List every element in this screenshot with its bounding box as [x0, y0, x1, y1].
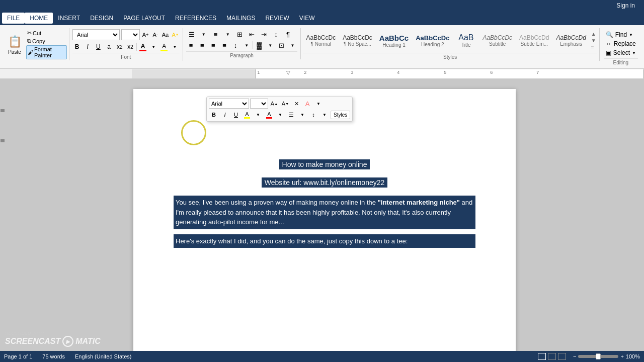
highlight-button[interactable]: A▼	[171, 30, 180, 39]
mini-font-color-button[interactable]: A	[264, 110, 274, 120]
styles-scroll[interactable]: ▲ ▼ ≡	[590, 29, 597, 52]
border-button[interactable]: ⊡	[276, 40, 286, 50]
mini-decrease-font[interactable]: A▼	[280, 99, 290, 109]
mini-line-spacing-button[interactable]: ↕	[308, 110, 318, 120]
format-painter-button[interactable]: 🖌 Format Painter	[26, 45, 67, 59]
bottom-bar: Page 1 of 1 75 words English (United Sta…	[0, 351, 644, 362]
font-size-select[interactable]: 89101112	[121, 29, 140, 40]
increase-font-button[interactable]: A+	[141, 30, 150, 39]
style-heading2[interactable]: AaBbCcDc Heading 2	[413, 33, 452, 49]
mini-text-color[interactable]: A	[302, 99, 312, 109]
justify-button[interactable]: ≡	[219, 40, 229, 50]
style-heading1[interactable]: AaBbCc Heading 1	[376, 32, 412, 49]
align-right-button[interactable]: ≡	[208, 40, 218, 50]
web-layout-button[interactable]	[558, 353, 566, 360]
line-spacing-button[interactable]: ↕	[230, 40, 240, 50]
numbered-dropdown[interactable]: ▼	[222, 29, 233, 39]
text-highlight-button[interactable]: A	[159, 42, 169, 52]
show-hide-button[interactable]: ¶	[283, 29, 294, 39]
style-title[interactable]: AaB Title	[453, 32, 478, 49]
full-screen-button[interactable]	[548, 353, 556, 360]
style-emphasis[interactable]: AaBbCcDd Emphasis	[553, 33, 589, 48]
ruler-indent-marker[interactable]: ▽	[286, 70, 290, 75]
menu-page-layout[interactable]: PAGE LAYOUT	[118, 13, 170, 24]
style-subtitle-preview: AaBbCcDc	[482, 34, 512, 41]
align-left-button[interactable]: ≡	[186, 40, 196, 50]
mini-size-select[interactable]	[250, 99, 268, 109]
mini-underline-button[interactable]: U	[231, 110, 241, 120]
ruler-mark-1: 1	[257, 70, 260, 75]
subscript-button[interactable]: x2	[115, 42, 124, 52]
select-button[interactable]: ▣ Select ▼	[604, 48, 638, 57]
cut-button[interactable]: ✂ Cut	[26, 29, 67, 37]
style-subtitle[interactable]: AaBbCcDc Subtitle	[479, 33, 515, 48]
font-family-select[interactable]: Arial	[72, 29, 120, 40]
style-normal[interactable]: AaBbCcDc ¶ Normal	[303, 33, 339, 48]
mini-font-color-dropdown[interactable]: ▼	[275, 110, 285, 120]
mini-bold-button[interactable]: B	[209, 110, 219, 120]
menu-view[interactable]: VIEW	[294, 13, 320, 24]
print-layout-button[interactable]	[538, 353, 546, 360]
mini-clear-format[interactable]: ✕	[291, 99, 301, 109]
style-subtle-emphasis[interactable]: AaBbCcDd Subtle Em...	[516, 33, 552, 48]
font-group: Arial 89101112 A+ A- Aa A▼ B I U a x2 x2	[69, 28, 183, 61]
mini-increase-font[interactable]: A▲	[269, 99, 279, 109]
menu-mailings[interactable]: MAILINGS	[221, 13, 260, 24]
change-case-button[interactable]: Aa	[161, 30, 170, 39]
copy-button[interactable]: ⧉ Copy	[26, 37, 67, 45]
menu-references[interactable]: REFERENCES	[170, 13, 221, 24]
mini-highlight-button[interactable]: A	[242, 110, 252, 120]
font-color-dropdown[interactable]: ▼	[149, 42, 158, 52]
sign-in-link[interactable]: Sign in	[616, 2, 635, 9]
mini-font-select[interactable]: Arial	[209, 99, 249, 109]
numbered-list-button[interactable]: ≡	[210, 29, 221, 39]
highlight-dropdown[interactable]: ▼	[170, 42, 179, 52]
increase-indent-button[interactable]: ⇥	[259, 29, 270, 39]
mini-color-dropdown[interactable]: ▼	[313, 99, 324, 109]
shading-dropdown[interactable]: ▼	[265, 40, 275, 50]
underline-button[interactable]: U	[94, 42, 103, 52]
zoom-control: − + 100%	[573, 353, 640, 359]
bold-button[interactable]: B	[72, 42, 82, 52]
zoom-in-icon[interactable]: +	[620, 353, 623, 359]
menu-bar: FILE HOME INSERT DESIGN PAGE LAYOUT REFE…	[0, 11, 644, 25]
shading-button[interactable]: ▓	[254, 40, 264, 50]
text-color-button[interactable]: A	[138, 42, 147, 52]
find-button[interactable]: 🔍 Find ▼	[604, 30, 638, 39]
scissors-icon: ✂	[27, 30, 32, 36]
superscript-button[interactable]: x2	[126, 42, 135, 52]
menu-insert[interactable]: INSERT	[53, 13, 85, 24]
style-h1-preview: AaBbCc	[379, 34, 409, 42]
document[interactable]: Arial A▲ A▼ ✕ A ▼ B I U	[133, 89, 516, 352]
bullet-list-button[interactable]: ☰	[186, 29, 197, 39]
decrease-font-button[interactable]: A-	[151, 30, 159, 39]
multi-level-button[interactable]: ⊞	[234, 29, 246, 39]
mini-bullets-button[interactable]: ☰	[286, 110, 296, 120]
strikethrough-button[interactable]: a	[104, 42, 113, 52]
format-painter-label: Format Painter	[34, 46, 65, 58]
menu-home[interactable]: HOME	[25, 13, 53, 24]
bullet-dropdown[interactable]: ▼	[198, 29, 209, 39]
mini-highlight-dropdown[interactable]: ▼	[253, 110, 263, 120]
align-center-button[interactable]: ≡	[197, 40, 207, 50]
mini-italic-button[interactable]: I	[220, 110, 230, 120]
menu-file[interactable]: FILE	[2, 13, 25, 24]
mini-bullets-dropdown[interactable]: ▼	[297, 110, 307, 120]
sort-button[interactable]: ↕	[271, 29, 282, 39]
border-dropdown[interactable]: ▼	[287, 40, 297, 50]
italic-button[interactable]: I	[83, 42, 92, 52]
style-nospace[interactable]: AaBbCcDc ¶ No Spac...	[340, 33, 375, 48]
replace-label: Replace	[614, 40, 636, 47]
decrease-indent-button[interactable]: ⇤	[247, 29, 258, 39]
menu-review[interactable]: REVIEW	[260, 13, 294, 24]
mini-styles-button[interactable]: Styles	[331, 111, 350, 119]
menu-design[interactable]: DESIGN	[85, 13, 118, 24]
style-subtle-label: Subtle Em...	[521, 41, 548, 47]
replace-button[interactable]: ↔ Replace	[604, 39, 638, 48]
mini-line-spacing-dropdown[interactable]: ▼	[319, 110, 330, 120]
paste-button[interactable]: 📋 Paste	[4, 32, 25, 57]
zoom-slider[interactable]	[578, 355, 618, 358]
zoom-out-icon[interactable]: −	[573, 353, 576, 359]
line-spacing-dropdown[interactable]: ▼	[242, 40, 252, 50]
zoom-slider-thumb[interactable]	[596, 353, 601, 359]
